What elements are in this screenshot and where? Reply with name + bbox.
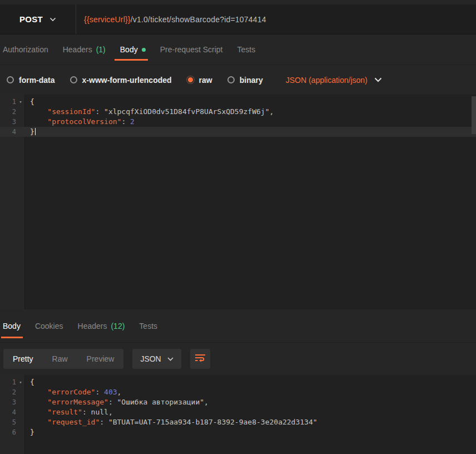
code-line[interactable]: 2 "sessionId": "xlpcqfXiOD0dv51D84fvP8UA…: [0, 107, 476, 117]
request-body-editor[interactable]: 1▾{2 "sessionId": "xlpcqfXiOD0dv51D84fvP…: [0, 95, 476, 309]
radio-binary[interactable]: binary: [227, 76, 263, 85]
tab-label: Headers: [63, 45, 92, 54]
tab-label: Pre-request Script: [160, 45, 223, 54]
pretty-view-button[interactable]: Pretty: [3, 349, 43, 369]
radio-raw[interactable]: raw: [187, 76, 212, 85]
line-gutter: 3: [0, 117, 25, 127]
tab-headers[interactable]: Headers (1): [56, 34, 113, 65]
response-view-switch: Pretty Raw Preview: [3, 349, 123, 369]
line-gutter: 4: [0, 127, 25, 137]
code-content: }: [25, 427, 34, 437]
radio-icon: [70, 76, 77, 83]
line-number: 6: [4, 427, 16, 437]
body-present-dot: [142, 48, 146, 52]
line-number: 3: [4, 117, 16, 127]
line-number: 1: [4, 97, 16, 107]
response-editor-lines: 1▾{2 "errorCode": 403,3 "errorMessage": …: [0, 375, 476, 437]
code-line: 1▾{: [0, 377, 476, 387]
radio-label: form-data: [19, 76, 55, 85]
code-line: 6}: [0, 427, 476, 437]
response-format-dropdown[interactable]: JSON: [132, 349, 181, 369]
code-content: "result": null,: [25, 407, 113, 417]
response-tabs: Body Cookies Headers (12) Tests: [0, 309, 476, 343]
line-number: 4: [4, 127, 16, 137]
line-gutter: 3: [0, 397, 25, 407]
url-path: /v1.0/ticket/showBarcode?id=1074414: [131, 15, 266, 24]
text-cursor: [35, 128, 36, 135]
url-variable: {{serviceUrl}}: [84, 15, 131, 24]
response-toolbar: Pretty Raw Preview JSON: [0, 343, 476, 375]
code-line: 2 "errorCode": 403,: [0, 387, 476, 397]
radio-x-www-form-urlencoded[interactable]: x-www-form-urlencoded: [70, 76, 172, 85]
fold-toggle-icon[interactable]: ▾: [16, 97, 25, 107]
radio-icon: [227, 76, 235, 83]
tab-response-headers[interactable]: Headers (12): [71, 309, 132, 342]
button-label: Preview: [87, 354, 115, 363]
code-content: "errorMessage": "Ошибка авторизации",: [25, 397, 209, 407]
tab-label: Body: [120, 45, 138, 54]
radio-label: binary: [240, 76, 263, 85]
tab-response-cookies[interactable]: Cookies: [28, 309, 71, 342]
tab-label: Headers: [78, 322, 107, 330]
scrollbar-thumb[interactable]: [472, 96, 476, 134]
code-content[interactable]: }: [25, 127, 36, 137]
tab-tests[interactable]: Tests: [230, 34, 263, 65]
button-label: Raw: [52, 354, 68, 363]
radio-icon: [7, 76, 14, 83]
code-content[interactable]: "sessionId": "xlpcqfXiOD0dv51D84fvP8UArS…: [25, 107, 274, 117]
method-dropdown[interactable]: POST: [0, 4, 76, 34]
line-gutter: 1▾: [0, 377, 25, 387]
code-content[interactable]: {: [25, 97, 34, 107]
code-line: 5 "request_id": "BTUAT=UAT-715aa934-b187…: [0, 417, 476, 427]
url-input[interactable]: {{serviceUrl}}/v1.0/ticket/showBarcode?i…: [76, 4, 476, 34]
tab-body[interactable]: Body: [113, 34, 153, 65]
code-content: "request_id": "BTUAT=UAT-715aa934-b187-8…: [25, 417, 318, 427]
tab-prerequest-script[interactable]: Pre-request Script: [153, 34, 230, 65]
wrap-lines-button[interactable]: [190, 349, 210, 369]
chevron-down-icon: [167, 357, 173, 361]
format-label: JSON: [140, 354, 161, 363]
line-number: 1: [4, 377, 16, 387]
tab-response-body[interactable]: Body: [0, 309, 28, 342]
code-line[interactable]: 4}: [0, 127, 476, 137]
tab-label: Tests: [139, 322, 157, 330]
tab-label: Authorization: [3, 45, 48, 54]
raw-view-button[interactable]: Raw: [43, 349, 77, 369]
tab-response-tests[interactable]: Tests: [132, 309, 165, 342]
tab-label: Cookies: [35, 322, 63, 330]
fold-toggle-icon[interactable]: ▾: [16, 377, 25, 387]
response-body-viewer: 1▾{2 "errorCode": 403,3 "errorMessage": …: [0, 375, 476, 454]
chevron-down-icon: [49, 17, 56, 22]
code-line: 3 "errorMessage": "Ошибка авторизации",: [0, 397, 476, 407]
radio-selected-icon: [187, 76, 194, 83]
preview-view-button[interactable]: Preview: [77, 349, 124, 369]
line-number: 3: [4, 397, 16, 407]
method-label: POST: [19, 14, 43, 24]
code-line: 4 "result": null,: [0, 407, 476, 417]
headers-count-badge: (12): [111, 322, 125, 330]
chevron-down-icon: [374, 77, 382, 82]
line-gutter: 5: [0, 417, 25, 427]
headers-count-badge: (1): [96, 45, 106, 54]
request-url-bar: POST {{serviceUrl}}/v1.0/ticket/showBarc…: [0, 0, 476, 34]
code-line[interactable]: 3 "protocolVersion": 2: [0, 117, 476, 127]
content-type-dropdown[interactable]: JSON (application/json): [286, 76, 382, 85]
code-line[interactable]: 1▾{: [0, 97, 476, 107]
request-tabs: Authorization Headers (1) Body Pre-reque…: [0, 34, 476, 65]
line-gutter: 1▾: [0, 97, 25, 107]
line-number: 2: [4, 107, 16, 117]
api-client-window: { "colors": { "accent": "#ff6c37", "succ…: [0, 0, 476, 454]
code-content: "errorCode": 403,: [25, 387, 121, 397]
line-number: 4: [4, 407, 16, 417]
line-gutter: 4: [0, 407, 25, 417]
radio-label: raw: [199, 76, 212, 85]
tab-label: Body: [3, 322, 21, 330]
request-editor-lines: 1▾{2 "sessionId": "xlpcqfXiOD0dv51D84fvP…: [0, 95, 476, 137]
code-content[interactable]: "protocolVersion": 2: [25, 117, 135, 127]
tab-authorization[interactable]: Authorization: [0, 34, 56, 65]
radio-form-data[interactable]: form-data: [7, 76, 55, 85]
line-gutter: 2: [0, 387, 25, 397]
line-gutter: 2: [0, 107, 25, 117]
radio-label: x-www-form-urlencoded: [82, 76, 172, 85]
body-mode-row: form-data x-www-form-urlencoded raw bina…: [0, 65, 476, 95]
